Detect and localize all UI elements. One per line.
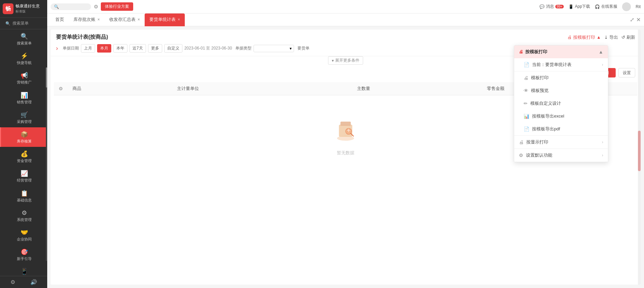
dropdown-title: 🖨 按模板打印 bbox=[519, 49, 547, 55]
template-print-left: 🖨 模板打印 bbox=[524, 75, 549, 81]
dropdown-print-icon: 🖨 bbox=[519, 49, 523, 54]
sidebar-item-finance[interactable]: 💰 资金管理 bbox=[0, 147, 47, 166]
dropdown-template-excel[interactable]: 📊 按模板导出excel bbox=[514, 110, 608, 123]
sidebar-item-basic[interactable]: 📋 基础信息 bbox=[0, 186, 47, 206]
date-btn-7days[interactable]: 近7天 bbox=[129, 44, 146, 53]
main-area: 🔍 ⚙ 体验行业方案 💬 消息 99+ 📱 App下载 🎧 在线客服 Rit bbox=[47, 0, 644, 288]
topbar-search[interactable]: 🔍 bbox=[51, 3, 91, 10]
right-scrollbar-thumb bbox=[638, 131, 641, 171]
tab-home[interactable]: 首页 bbox=[51, 13, 69, 26]
dropdown-default-func[interactable]: ⚙ 设置默认功能 › bbox=[514, 149, 608, 162]
dropdown-current-item[interactable]: 📄 当前：要货单统计表 › bbox=[514, 58, 608, 71]
user-name: Rit bbox=[636, 4, 641, 9]
date-btn-more[interactable]: 更多 bbox=[148, 44, 162, 53]
dropdown-template-preview[interactable]: 👁 模板预览 bbox=[514, 84, 608, 97]
dropdown-template-custom[interactable]: ✏ 模板自定义设计 bbox=[514, 97, 608, 110]
tab-receipt-summary-close[interactable]: × bbox=[138, 17, 140, 22]
sidebar: 畅 畅康通好生意 标准版 🔍 搜索菜单 🔍 搜索菜单 ⚡ 快捷导航 📢 营销推广… bbox=[0, 0, 47, 288]
dropdown-display-section: 🖨 按显示打印 › bbox=[514, 136, 608, 149]
template-preview-left: 👁 模板预览 bbox=[524, 88, 549, 94]
sidebar-item-system[interactable]: ⚙ 系统管理 bbox=[0, 206, 47, 225]
finance-icon: 💰 bbox=[21, 150, 28, 158]
marketing-icon: 📢 bbox=[21, 72, 28, 79]
page-actions: 🖨 按模板打印 ▲ ⤓ 导出 ↺ 刷新 bbox=[567, 34, 635, 40]
display-print-left: 🖨 按显示打印 bbox=[519, 139, 548, 145]
tab-controls: ⤢ ✕ bbox=[630, 17, 641, 23]
print-btn[interactable]: 🖨 按模板打印 ▲ bbox=[567, 34, 601, 40]
topbar: 🔍 ⚙ 体验行业方案 💬 消息 99+ 📱 App下载 🎧 在线客服 Rit bbox=[47, 0, 644, 13]
filter-toggle-icon[interactable]: › bbox=[56, 45, 58, 52]
settings-bottom-icon[interactable]: ⚙ bbox=[10, 279, 15, 285]
sidebar-item-collab[interactable]: 🤝 企业协同 bbox=[0, 225, 47, 245]
operation-icon: 📈 bbox=[21, 170, 28, 177]
topbar-left: 🔍 ⚙ 体验行业方案 bbox=[51, 2, 133, 11]
online-service-item[interactable]: 🎧 在线客服 bbox=[595, 4, 617, 9]
audio-bottom-icon[interactable]: 🔊 bbox=[30, 279, 37, 285]
sidebar-item-operation[interactable]: 📈 经营管理 bbox=[0, 166, 47, 186]
page-title: 要货单统计表(按商品) bbox=[56, 34, 108, 41]
system-icon: ⚙ bbox=[22, 209, 27, 217]
message-icon: 💬 bbox=[539, 4, 545, 9]
dropdown-template-print[interactable]: 🖨 模板打印 bbox=[514, 71, 608, 84]
date-btn-last-month[interactable]: 上月 bbox=[81, 44, 95, 53]
sidebar-bottom: ⚙ 🔊 bbox=[0, 276, 47, 288]
settings-col-icon: ⚙ bbox=[59, 86, 63, 91]
date-btn-this-month[interactable]: 本月 bbox=[97, 44, 111, 53]
user-avatar[interactable] bbox=[622, 2, 631, 11]
message-item[interactable]: 💬 消息 99+ bbox=[539, 4, 564, 9]
refresh-btn[interactable]: ↺ 刷新 bbox=[621, 34, 635, 40]
current-arrow-icon: › bbox=[602, 62, 603, 67]
template-pdf-left: 📄 按模板导出pdf bbox=[524, 126, 560, 132]
tab-inventory-batch[interactable]: 库存批次账 × bbox=[69, 13, 105, 26]
sidebar-item-purchase[interactable]: 🛒 采购管理 bbox=[0, 108, 47, 127]
empty-text: 暂无数据 bbox=[337, 150, 354, 156]
settings-btn[interactable]: 设置 bbox=[618, 68, 635, 77]
sales-icon: 📊 bbox=[21, 92, 28, 99]
col-settings[interactable]: ⚙ bbox=[54, 82, 68, 95]
export-icon: ⤓ bbox=[604, 35, 608, 40]
template-pdf-icon: 📄 bbox=[524, 126, 529, 132]
expand-down-icon: ▾ bbox=[332, 58, 334, 63]
template-print-icon: 🖨 bbox=[524, 75, 528, 81]
search-icon: 🔍 bbox=[5, 21, 10, 26]
sidebar-item-guide[interactable]: 🎯 新手引导 bbox=[0, 245, 47, 264]
default-func-icon: ⚙ bbox=[519, 153, 523, 158]
sidebar-item-sales[interactable]: 📊 销售管理 bbox=[0, 88, 47, 108]
page-inner: 要货单统计表(按商品) 🖨 按模板打印 ▲ ⤓ 导出 ↺ 刷新 bbox=[51, 30, 641, 285]
sidebar-item-search[interactable]: 🔍 搜索菜单 bbox=[0, 29, 47, 49]
tab-order-stats-close[interactable]: × bbox=[178, 17, 180, 22]
export-btn[interactable]: ⤓ 导出 bbox=[604, 34, 618, 40]
dropdown-template-pdf[interactable]: 📄 按模板导出pdf bbox=[514, 123, 608, 135]
dropdown-current-section: 📄 当前：要货单统计表 › bbox=[514, 58, 608, 71]
tab-order-stats[interactable]: 要货单统计表 × bbox=[145, 13, 185, 26]
sidebar-nav: 🔍 搜索菜单 ⚡ 快捷导航 📢 营销推广 📊 销售管理 🛒 采购管理 📦 库存核… bbox=[0, 29, 47, 276]
sidebar-item-marketing[interactable]: 📢 营销推广 bbox=[0, 68, 47, 88]
default-func-left: ⚙ 设置默认功能 bbox=[519, 152, 552, 158]
logo-icon: 畅 bbox=[3, 3, 13, 14]
industry-btn[interactable]: 体验行业方案 bbox=[101, 2, 133, 11]
dropdown-close-icon[interactable]: ▲ bbox=[598, 49, 603, 55]
template-preview-icon: 👁 bbox=[524, 88, 528, 93]
right-scrollbar[interactable] bbox=[638, 30, 641, 285]
template-custom-left: ✏ 模板自定义设计 bbox=[524, 100, 561, 106]
type-select[interactable]: ▾ bbox=[254, 45, 294, 52]
app-download-icon: 📱 bbox=[568, 4, 574, 9]
sidebar-item-appstore[interactable]: 📱 应用中心 bbox=[0, 264, 47, 276]
purchase-icon: 🛒 bbox=[21, 111, 28, 119]
topbar-right: 💬 消息 99+ 📱 App下载 🎧 在线客服 Rit bbox=[539, 2, 641, 11]
date-btn-this-year[interactable]: 本年 bbox=[113, 44, 127, 53]
topbar-gear-icon[interactable]: ⚙ bbox=[94, 4, 98, 10]
date-btn-custom[interactable]: 自定义 bbox=[164, 44, 182, 53]
dropdown-display-print[interactable]: 🖨 按显示打印 › bbox=[514, 136, 608, 149]
sidebar-search[interactable]: 🔍 搜索菜单 bbox=[0, 18, 47, 29]
tab-inventory-batch-close[interactable]: × bbox=[97, 17, 100, 22]
sidebar-item-shortcut[interactable]: ⚡ 快捷导航 bbox=[0, 49, 47, 68]
expand-more-btn[interactable]: ▾ 展开更多条件 bbox=[328, 56, 363, 65]
tab-maximize-btn[interactable]: ⤢ bbox=[630, 17, 634, 23]
col-product: 商品 bbox=[68, 82, 172, 95]
tab-receipt-summary[interactable]: 收发存汇总表 × bbox=[105, 13, 145, 26]
sidebar-item-inventory[interactable]: 📦 库存核算 bbox=[0, 127, 47, 147]
display-print-icon: 🖨 bbox=[519, 139, 524, 145]
app-download-item[interactable]: 📱 App下载 bbox=[568, 4, 590, 9]
tab-close-btn[interactable]: ✕ bbox=[636, 17, 641, 23]
